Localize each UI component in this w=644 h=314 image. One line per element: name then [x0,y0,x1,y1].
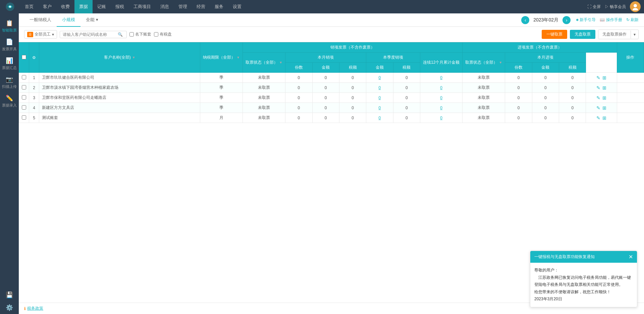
toolbar-left: 全 全部员工 ▾ 🔍 名下账套 有税盘 [24,30,538,39]
nav-settings[interactable]: 设置 [228,0,246,13]
no-disk-operations-dropdown[interactable]: ▾ [631,30,638,39]
row-edit-icon[interactable]: ✎ [596,105,600,111]
row-checkbox[interactable] [22,75,26,79]
has-taxdisk-checkbox[interactable] [154,32,158,37]
nav-accounting[interactable]: 记账 [93,0,111,13]
row-checkbox[interactable] [22,105,26,110]
one-click-fetch-btn[interactable]: 一键取票 [542,30,567,39]
employee-select-dropdown-icon[interactable]: ▾ [52,32,54,37]
settings-icon: ⚙️ [6,304,13,311]
nav-message[interactable]: 消息 [156,0,174,13]
row-tax-period: 月 [200,113,243,123]
row-checkbox[interactable] [22,95,26,100]
sidebar-item-invoice-entry[interactable]: ✏️ 票据录入 [0,92,19,111]
operation-manual-btn[interactable]: 📖 操作手册 [600,17,622,23]
row-output-fetch-status: 未取票 [243,83,285,93]
nav-service[interactable]: 服务 [210,0,228,13]
col-output-month-title: 本月销项 [285,53,366,63]
user-avatar[interactable] [630,1,641,12]
table-row: 2 卫辉市汲水镇下园湾香烟营木种植家庭农场 季 未取票 0 0 0 0 0 0 … [19,83,644,93]
table-row: 1 卫辉市玖玖健合医药有限公司 季 未取票 0 0 0 0 0 0 未取票 0 … [19,73,644,83]
tabs-bar: 一般纳税人 小规模 全能 ▾ ‹ 2023年02月 › ✱ 新手引导 📖 操作手… [19,13,644,27]
row-checkbox[interactable] [22,115,26,120]
input-fetch-filter-icon[interactable]: ▼ [499,61,502,64]
sidebar-item-invoice-issue[interactable]: 📄 发票开具 [0,36,19,54]
no-disk-fetch-btn[interactable]: 无盘取票 [570,30,595,39]
checkbox-own-accounts[interactable]: 名下账套 [129,32,151,37]
row-input-fetch-status: 未取票 [463,73,505,83]
row-output-month-amount: 0 [312,113,339,123]
row-view-icon[interactable]: ⊞ [602,75,606,80]
output-fetch-filter-icon[interactable]: ▼ [279,61,282,64]
period-prev-btn[interactable]: ‹ [521,16,529,24]
table-row: 4 新建区方方文具店 季 未取票 0 0 0 0 0 0 未取票 0 0 0 ✎… [19,103,644,113]
row-actions: ✎ ⊞ [586,113,617,123]
col-settings-icon[interactable]: ⚙ [29,43,39,73]
nav-operation[interactable]: 经营 [192,0,210,13]
nav-customer[interactable]: 客户 [38,0,56,13]
invoice-summary-icon: 📊 [6,57,13,64]
invoice-issue-icon: 📄 [6,38,13,46]
row-output-month-amount: 0 [312,83,339,93]
employee-select[interactable]: 全 全部员工 ▾ [24,30,57,39]
tab-small-scale[interactable]: 小规模 [57,13,80,27]
tax-policy-link[interactable]: 税务政策 [27,306,43,311]
nav-manage[interactable]: 管理 [174,0,192,13]
sidebar-item-settings[interactable]: ⚙️ [0,301,19,314]
row-output-month-amount: 0 [312,103,339,113]
row-customer-name: 卫辉市玖玖健合医药有限公司 [39,73,200,83]
period-next-btn[interactable]: › [562,16,571,24]
tab-general-taxpayer[interactable]: 一般纳税人 [24,13,57,27]
nav-business[interactable]: 工商项目 [129,0,156,13]
row-actions: ✎ ⊞ [586,73,617,83]
row-input-month-count: 0 [505,93,532,103]
sidebar-item-scan-upload[interactable]: 📷 扫描上传 [0,73,19,92]
nav-fee[interactable]: 收费 [56,0,74,13]
sidebar-item-invoice-summary[interactable]: 📊 票据汇总 [0,54,19,73]
refresh-btn[interactable]: ↻ 刷新 [626,17,639,23]
select-all-checkbox[interactable] [22,55,26,59]
col-customer-name: 客户名称(全部) ▼ [39,43,200,73]
no-disk-operations-label[interactable]: 无盘取票操作 [598,30,631,39]
row-edit-icon[interactable]: ✎ [596,95,600,101]
tab-all-capable-dropdown-icon[interactable]: ▾ [96,17,98,22]
row-view-icon[interactable]: ⊞ [602,115,606,121]
notification-close-btn[interactable]: ✕ [629,254,633,260]
nav-home[interactable]: 首页 [20,0,38,13]
row-edit-icon[interactable]: ✎ [596,115,600,121]
row-output-12month: 0 [420,83,463,93]
table-body: 1 卫辉市玖玖健合医药有限公司 季 未取票 0 0 0 0 0 0 未取票 0 … [19,73,644,123]
nav-tax[interactable]: 报税 [111,0,129,13]
sidebar-bottom: 💾 ⚙️ [0,289,19,314]
row-view-icon[interactable]: ⊞ [602,95,606,101]
new-guide-btn[interactable]: ✱ 新手引导 [576,17,596,23]
fullscreen-btn[interactable]: ⛶ 全屏 [587,4,600,10]
row-actions: ✎ ⊞ [586,93,617,103]
notification-body: 尊敬的用户： 江苏政务网已恢复访问电子税务局功能，易代账一键登陆电子税务局与无盘… [530,263,637,307]
search-box[interactable]: 🔍 [60,31,127,38]
row-index: 3 [29,93,39,103]
sidebar-item-download[interactable]: 💾 [0,289,19,301]
employee-select-label: 全部员工 [35,32,51,37]
search-input[interactable] [63,32,116,37]
customer-filter-icon[interactable]: ▼ [132,56,136,59]
notification-panel: 一键报税与无盘取票功能恢复通知 ✕ 尊敬的用户： 江苏政务网已恢复访问电子税务局… [530,251,637,307]
sidebar-item-smart-fetch[interactable]: 📋 智能取票 [0,17,19,36]
search-icon[interactable]: 🔍 [118,32,123,37]
tax-period-filter-icon[interactable]: ▼ [236,56,240,59]
row-input-fetch-status: 未取票 [463,83,505,93]
row-edit-icon[interactable]: ✎ [596,85,600,90]
tab-all-capable[interactable]: 全能 ▾ [80,13,104,27]
nav-invoice[interactable]: 票据 [74,0,93,13]
own-accounts-checkbox[interactable] [129,32,134,37]
vip-btn[interactable]: ▷ 畅享会员 [605,4,626,10]
col-output-month-amount: 金额 [312,63,339,73]
row-checkbox[interactable] [22,85,26,89]
col-output-fetch-status: 取票状态（全部） ▼ [243,53,285,73]
row-view-icon[interactable]: ⊞ [602,85,606,90]
checkbox-has-taxdisk[interactable]: 有税盘 [154,32,172,37]
row-edit-icon[interactable]: ✎ [596,75,600,80]
row-output-month-tax: 0 [339,83,366,93]
row-view-icon[interactable]: ⊞ [602,105,606,111]
row-input-month-tax: 0 [559,93,586,103]
